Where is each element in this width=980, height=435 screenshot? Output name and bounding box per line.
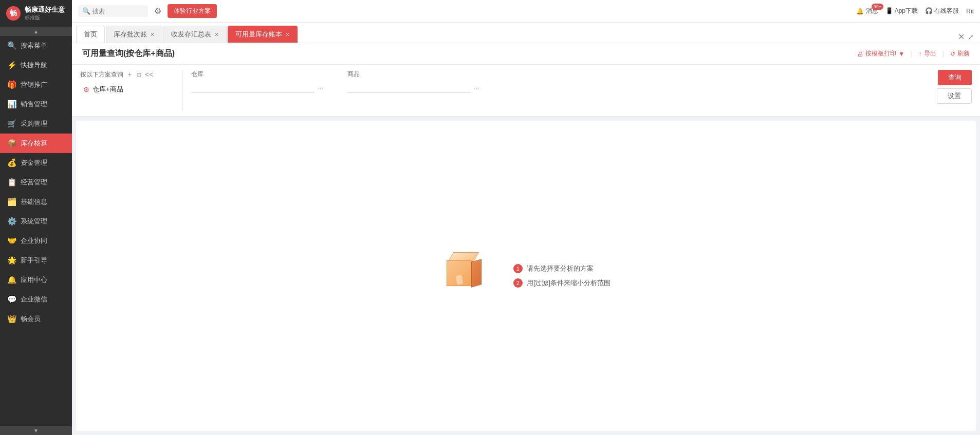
warehouse-input-row: ...: [191, 81, 335, 93]
goods-more-button[interactable]: ...: [474, 83, 479, 91]
sidebar-item-wechat[interactable]: 💬 企业微信: [0, 290, 72, 309]
sidebar-item-operations[interactable]: 📋 经营管理: [0, 173, 72, 192]
collapse-button[interactable]: <<: [145, 70, 153, 79]
chevron-down-icon: ▼: [898, 50, 904, 58]
column-settings-button[interactable]: 设置: [937, 88, 972, 104]
nav-icon-purchase: 🛒: [7, 119, 16, 128]
goods-input-row: ...: [347, 81, 491, 93]
gear-icon[interactable]: ⚙: [152, 4, 163, 18]
sidebar-item-purchase[interactable]: 🛒 采购管理: [0, 114, 72, 134]
tab-home[interactable]: 首页: [76, 26, 105, 43]
tab-available[interactable]: 可用量库存账本✕: [228, 26, 298, 43]
sidebar-title-block: 畅康通好生意 标准版: [25, 5, 65, 22]
scheme-label: 按以下方案查询 ＋ ⊙ <<: [80, 70, 176, 79]
tab-close-available[interactable]: ✕: [285, 31, 290, 38]
nav-icon-shortcuts: ⚡: [7, 61, 16, 70]
tabs-bar: 首页库存批次账✕收发存汇总表✕可用量库存账本✕ ✕ ⤢: [72, 23, 980, 43]
tip-number-2: 2: [513, 278, 523, 288]
online-service-button[interactable]: 🎧 在线客服: [925, 7, 959, 15]
sidebar-item-enterprise[interactable]: 🤝 企业协同: [0, 231, 72, 251]
search-input[interactable]: [93, 8, 144, 15]
nav-label-basic: 基础信息: [21, 197, 47, 206]
sidebar-app-title: 畅康通好生意: [25, 5, 65, 14]
tab-label-home: 首页: [84, 30, 97, 39]
nav-label-inventory: 库存核算: [21, 139, 47, 148]
empty-tip-1: 1 请先选择要分析的方案: [513, 264, 611, 273]
expand-button[interactable]: ⤢: [968, 33, 974, 41]
sidebar-item-appstore[interactable]: 🔔 应用中心: [0, 270, 72, 290]
nav-label-sales: 销售管理: [21, 100, 47, 109]
user-menu-button[interactable]: Rit: [966, 8, 974, 15]
refresh-icon: ↺: [950, 50, 955, 58]
empty-state: 1 请先选择要分析的方案 2 用[过滤]条件来缩小分析范围: [76, 121, 976, 431]
warehouse-input[interactable]: [191, 81, 315, 93]
settings-scheme-button[interactable]: ⊙: [136, 71, 142, 79]
sidebar-item-marketing[interactable]: 🎁 营销推广: [0, 75, 72, 94]
tab-summary[interactable]: 收发存汇总表✕: [163, 26, 227, 43]
sidebar-nav: 🔍 搜索菜单 ⚡ 快捷导航 🎁 营销推广 📊 销售管理 🛒 采购管理 📦 库存核…: [0, 36, 72, 426]
sidebar-version: 标准版: [25, 14, 65, 22]
warehouse-filter-group: 仓库 ...: [191, 70, 335, 93]
nav-icon-operations: 📋: [7, 178, 16, 187]
nav-label-member: 畅会员: [21, 314, 41, 324]
add-scheme-button[interactable]: ＋: [126, 70, 133, 79]
goods-label: 商品: [347, 70, 491, 79]
topbar-search-box: 🔍: [78, 5, 148, 17]
sidebar-item-shortcuts[interactable]: ⚡ 快捷导航: [0, 55, 72, 75]
query-button[interactable]: 查询: [938, 70, 972, 85]
sidebar-item-system[interactable]: ⚙️ 系统管理: [0, 212, 72, 231]
sidebar-header: 畅 畅康通好生意 标准版: [0, 0, 72, 27]
nav-icon-system: ⚙️: [7, 217, 16, 226]
tab-close-summary[interactable]: ✕: [214, 31, 219, 38]
sidebar-item-search[interactable]: 🔍 搜索菜单: [0, 36, 72, 55]
app-download-button[interactable]: 📱 App下载: [885, 7, 918, 15]
box-3d-icon: [441, 250, 483, 291]
nav-icon-marketing: 🎁: [7, 80, 16, 89]
nav-label-shortcuts: 快捷导航: [21, 61, 47, 70]
main-area: 🔍 ⚙ 体验行业方案 🔔 消息 99+ 📱 App下载 🎧 在线客服 Rit: [72, 0, 980, 435]
nav-icon-search: 🔍: [7, 41, 16, 50]
page-header: 可用量查询(按仓库+商品) 🖨 按模板打印 ▼ | ↑ 导出 | ↺ 刷新: [72, 43, 980, 65]
nav-icon-basic: 🗂️: [7, 197, 16, 206]
industry-solution-button[interactable]: 体验行业方案: [168, 4, 217, 18]
empty-state-inner: 1 请先选择要分析的方案 2 用[过滤]条件来缩小分析范围: [441, 250, 611, 301]
refresh-button[interactable]: ↺ 刷新: [950, 49, 970, 58]
scheme-item-warehouse-goods[interactable]: ⊛ 仓库+商品: [80, 83, 176, 96]
sidebar-item-basic[interactable]: 🗂️ 基础信息: [0, 192, 72, 212]
scheme-selector: 按以下方案查询 ＋ ⊙ << ⊛ 仓库+商品: [80, 70, 183, 111]
empty-tips: 1 请先选择要分析的方案 2 用[过滤]条件来缩小分析范围: [513, 264, 611, 288]
sidebar-item-finance[interactable]: 💰 资金管理: [0, 153, 72, 173]
tab-label-available: 可用量库存账本: [235, 30, 282, 39]
tab-close-batch[interactable]: ✕: [150, 31, 155, 38]
goods-input[interactable]: [347, 81, 471, 93]
export-button[interactable]: ↑ 导出: [919, 49, 936, 58]
nav-icon-wechat: 💬: [7, 295, 16, 304]
close-tab-button[interactable]: ✕: [958, 32, 965, 42]
print-button[interactable]: 🖨 按模板打印 ▼: [857, 49, 904, 58]
notification-button[interactable]: 🔔 消息 99+: [856, 7, 878, 15]
tabs-bar-right: ✕ ⤢: [958, 32, 980, 43]
scheme-item-icon: ⊛: [83, 85, 89, 93]
sidebar-item-newbie[interactable]: 🌟 新手引导: [0, 251, 72, 270]
nav-label-system: 系统管理: [21, 217, 47, 226]
warehouse-more-button[interactable]: ...: [318, 83, 323, 91]
topbar: 🔍 ⚙ 体验行业方案 🔔 消息 99+ 📱 App下载 🎧 在线客服 Rit: [72, 0, 980, 23]
sidebar-logo: 畅: [6, 6, 21, 21]
tab-label-batch: 库存批次账: [114, 30, 147, 39]
nav-icon-inventory: 📦: [7, 139, 16, 148]
nav-icon-enterprise: 🤝: [7, 236, 16, 245]
sidebar-item-inventory[interactable]: 📦 库存核算: [0, 134, 72, 153]
sidebar-scroll-down[interactable]: ▼: [0, 426, 72, 435]
headset-icon: 🎧: [925, 7, 933, 14]
sidebar-scroll-up[interactable]: ▲: [0, 27, 72, 36]
sidebar-item-member[interactable]: 👑 畅会员: [0, 309, 72, 329]
nav-icon-sales: 📊: [7, 100, 16, 109]
topbar-actions: 🔔 消息 99+ 📱 App下载 🎧 在线客服 Rit: [856, 7, 974, 15]
sidebar-item-sales[interactable]: 📊 销售管理: [0, 94, 72, 114]
tab-label-summary: 收发存汇总表: [171, 30, 211, 39]
tab-batch[interactable]: 库存批次账✕: [106, 26, 162, 43]
search-icon: 🔍: [82, 7, 90, 15]
nav-label-appstore: 应用中心: [21, 275, 47, 285]
query-actions: 查询 设置: [937, 70, 972, 104]
page-title: 可用量查询(按仓库+商品): [82, 48, 175, 59]
